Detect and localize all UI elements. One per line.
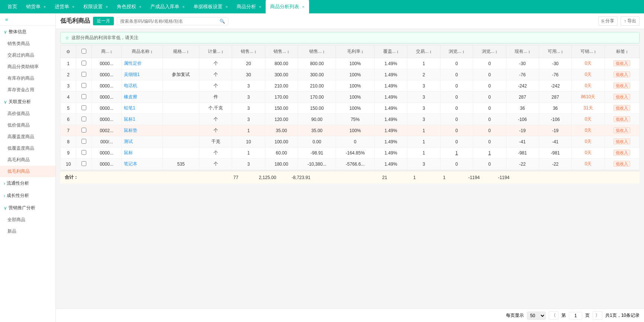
- row-name[interactable]: 吴细细1: [121, 69, 163, 80]
- col-view1[interactable]: 浏览... ↕: [440, 45, 473, 58]
- row-v1: 3: [232, 80, 265, 92]
- col-sales1[interactable]: 销售... ↕: [232, 45, 265, 58]
- row-select[interactable]: [81, 150, 86, 155]
- nav-sales[interactable]: 销货单 ×: [22, 0, 50, 13]
- nav-product-stock[interactable]: 产成品入库单 ×: [146, 0, 189, 13]
- row-name[interactable]: 橡皮擦: [121, 92, 163, 103]
- row-name[interactable]: 鼠标1: [121, 114, 163, 125]
- sidebar-item-sales-goods[interactable]: 销售类商品: [0, 38, 55, 50]
- sidebar-item-traded[interactable]: 交易过的商品: [0, 50, 55, 61]
- tag-badge: 低收入: [613, 116, 630, 122]
- row-spec: [163, 147, 199, 159]
- row-v7[interactable]: 1: [440, 147, 473, 159]
- sidebar-group-marketing[interactable]: ∨ 营销推广分析: [0, 202, 55, 214]
- sidebar-item-new-goods[interactable]: 新品: [0, 226, 55, 237]
- date-filter-btn[interactable]: 近一月: [93, 17, 114, 25]
- col-tag[interactable]: 标签 ↕: [605, 45, 639, 58]
- sidebar-collapse-btn[interactable]: «: [3, 16, 10, 23]
- row-name[interactable]: 鼠标: [121, 147, 163, 159]
- sidebar-item-in-stock[interactable]: 有库存的商品: [0, 73, 55, 84]
- sidebar-item-low-value[interactable]: 低价值商品: [0, 119, 55, 131]
- row-v5: 1.49%: [374, 103, 407, 114]
- row-v9: -76: [506, 69, 539, 80]
- row-select[interactable]: [81, 94, 86, 99]
- sidebar-group-flow[interactable]: › 流通性分析: [0, 177, 55, 189]
- row-v2: 120.00: [265, 114, 298, 125]
- row-v9: -22: [506, 159, 539, 170]
- sidebar-item-low-coverage[interactable]: 低覆盖度商品: [0, 143, 55, 154]
- col-code[interactable]: 商... ↕: [92, 45, 122, 58]
- row-select[interactable]: [81, 117, 86, 121]
- col-spec[interactable]: 规格... ↕: [163, 45, 199, 58]
- col-settings[interactable]: ⚙: [61, 45, 76, 58]
- select-all-checkbox[interactable]: [81, 49, 86, 54]
- col-current[interactable]: 现有... ↕: [506, 45, 539, 58]
- search-input[interactable]: [120, 19, 218, 24]
- sidebar-item-all-goods[interactable]: 全部商品: [0, 214, 55, 226]
- row-tag: 低收入: [605, 159, 639, 170]
- row-select[interactable]: [81, 105, 86, 110]
- row-select[interactable]: [81, 61, 86, 66]
- nav-analysis-close[interactable]: ×: [259, 4, 261, 9]
- sidebar-item-capital[interactable]: 库存资金占用: [0, 84, 55, 96]
- sidebar-group-growth[interactable]: › 成长性分析: [0, 189, 55, 202]
- col-coverage[interactable]: 覆盖... ↕: [374, 45, 407, 58]
- arrow-icon: ∨: [4, 29, 7, 35]
- row-v11: 0天: [572, 125, 605, 136]
- col-trade[interactable]: 交易... ↕: [407, 45, 440, 58]
- nav-analysis-list-close[interactable]: ×: [302, 4, 304, 9]
- row-name[interactable]: 电话机: [121, 80, 163, 92]
- nav-analysis[interactable]: 商品分析 ×: [232, 0, 266, 13]
- row-v8[interactable]: 1: [473, 147, 506, 159]
- sidebar-group-association[interactable]: ∨ 关联度分析: [0, 96, 55, 108]
- col-saleable[interactable]: 可销... ↕: [572, 45, 605, 58]
- export-button[interactable]: ↑ 导出: [621, 16, 640, 26]
- row-select[interactable]: [81, 128, 86, 133]
- nav-template-close[interactable]: ×: [225, 4, 228, 9]
- nav-permissions[interactable]: 权限设置 ×: [79, 0, 112, 13]
- col-sales3[interactable]: 销售... ↕: [298, 45, 336, 58]
- col-sales2[interactable]: 销售... ↕: [265, 45, 298, 58]
- row-select[interactable]: [81, 139, 86, 144]
- row-select[interactable]: [81, 83, 86, 88]
- sidebar-item-high-value[interactable]: 高价值商品: [0, 108, 55, 119]
- col-margin-rate[interactable]: 毛利率 ↕: [336, 45, 374, 58]
- col-name[interactable]: 商品名称 ↕: [121, 45, 163, 58]
- row-name[interactable]: 属性定价: [121, 58, 163, 69]
- nav-roles[interactable]: 角色授权 ×: [112, 0, 146, 13]
- row-v7: 0: [440, 136, 473, 147]
- row-name[interactable]: 测试: [121, 136, 163, 147]
- col-available[interactable]: 可用... ↕: [539, 45, 571, 58]
- col-unit[interactable]: 计量... ↕: [199, 45, 232, 58]
- next-page-btn[interactable]: 〉: [593, 311, 602, 320]
- share-button[interactable]: ⎘ 分享: [598, 16, 618, 26]
- sidebar-item-category-rate[interactable]: 商品分类助销率: [0, 61, 55, 73]
- nav-sales-close[interactable]: ×: [44, 4, 46, 9]
- row-code: 0000...: [92, 80, 122, 92]
- nav-template[interactable]: 单据模板设置 ×: [189, 0, 232, 13]
- nav-roles-close[interactable]: ×: [139, 4, 141, 9]
- per-page-select[interactable]: 50 100 200: [527, 312, 546, 320]
- row-checkbox: [76, 136, 92, 147]
- row-name[interactable]: 鼠标垫: [121, 125, 163, 136]
- nav-analysis-list[interactable]: 商品分析列表 ×: [266, 0, 309, 13]
- sidebar-group-association-label: 关联度分析: [9, 99, 31, 105]
- sidebar-group-overall[interactable]: ∨ 整体信息: [0, 26, 55, 38]
- nav-home[interactable]: 首页: [3, 0, 22, 13]
- nav-product-stock-close[interactable]: ×: [182, 4, 185, 9]
- row-select[interactable]: [81, 72, 86, 77]
- row-name[interactable]: 铅笔1: [121, 103, 163, 114]
- table-row: 4 0000... 橡皮擦 件 3 170.00 170.00 100% 1.4…: [61, 92, 640, 103]
- col-view2[interactable]: 浏览... ↕: [473, 45, 506, 58]
- sidebar-item-high-coverage[interactable]: 高覆盖度商品: [0, 131, 55, 143]
- nav-purchase-close[interactable]: ×: [72, 4, 74, 9]
- prev-page-btn[interactable]: 〈: [549, 311, 558, 320]
- page-input[interactable]: [569, 312, 582, 319]
- nav-purchase[interactable]: 进货单 ×: [50, 0, 79, 13]
- sidebar-item-low-margin[interactable]: 低毛利商品: [0, 166, 55, 177]
- search-icon[interactable]: 🔍: [220, 19, 225, 24]
- sidebar-item-high-margin[interactable]: 高毛利商品: [0, 154, 55, 166]
- row-select[interactable]: [81, 161, 86, 166]
- row-name[interactable]: 笔记本: [121, 159, 163, 170]
- nav-permissions-close[interactable]: ×: [106, 4, 108, 9]
